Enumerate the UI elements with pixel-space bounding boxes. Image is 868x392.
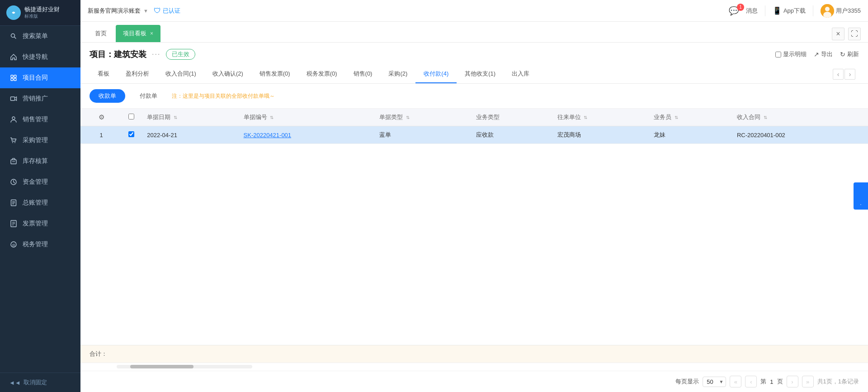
sidebar-item-purchase[interactable]: 采购管理 [0, 130, 80, 151]
table-col-contract[interactable]: 收入合同 ⇅ [731, 109, 868, 126]
row-contract: RC-20220401-002 [731, 126, 868, 144]
next-page-button[interactable]: › [787, 376, 798, 387]
table-col-date[interactable]: 单据日期 ⇅ [141, 109, 237, 126]
svg-point-25 [825, 7, 830, 11]
sidebar-item-invoice[interactable]: 发票管理 [0, 213, 80, 234]
sub-tab-bar: 收款单 付款单 注：这里是与项目关联的全部收付款单哦～ [80, 84, 868, 109]
content: 项目：建筑安装 ··· 已生效 显示明细 ↗ 导出 ↻ 刷新 [80, 43, 868, 392]
sidebar-item-marketing[interactable]: 营销推广 [0, 88, 80, 109]
table-col-biz-type: 业务类型 [470, 109, 551, 126]
table-col-company[interactable]: 往来单位 ⇅ [551, 109, 647, 126]
sidebar-item-sales[interactable]: 销售管理 [0, 109, 80, 130]
row-number[interactable]: SK-20220421-001 [237, 126, 373, 144]
project-status-badge: 已生效 [166, 49, 195, 60]
svg-line-2 [14, 37, 16, 39]
settings-icon[interactable]: ⚙ [99, 113, 104, 121]
sort-icon-contract: ⇅ [764, 115, 767, 120]
table-head: ⚙ 单据日期 ⇅ 单据编号 ⇅ [80, 109, 868, 126]
sidebar-item-inventory[interactable]: 库存核算 [0, 151, 80, 172]
sidebar-item-fund[interactable]: 资金管理 [0, 172, 80, 192]
scrollbar-thumb[interactable] [130, 365, 193, 368]
sub-nav-purchase[interactable]: 采购(2) [380, 65, 415, 83]
sub-nav-prev-arrow[interactable]: ‹ [833, 69, 844, 80]
sub-nav-sales[interactable]: 销售(0) [345, 65, 381, 83]
sidebar-item-search[interactable]: 搜索菜单 [0, 26, 80, 47]
tab-close-icon[interactable]: × [150, 30, 153, 37]
sub-tab-payment[interactable]: 付款单 [131, 89, 166, 103]
project-actions: 显示明细 ↗ 导出 ↻ 刷新 [775, 50, 859, 58]
user-menu-button[interactable]: 用户3355 [821, 4, 861, 18]
page-size-label: 每页显示 [675, 378, 699, 386]
home-icon [9, 53, 18, 62]
sub-nav-inout[interactable]: 出入库 [504, 65, 538, 83]
export-button[interactable]: ↗ 导出 [814, 50, 833, 58]
select-all-checkbox[interactable] [128, 114, 134, 120]
message-button[interactable]: 💬 1 消息 [729, 6, 758, 16]
sub-tab-receipt[interactable]: 收款单 [90, 89, 125, 103]
sidebar-item-home[interactable]: 快捷导航 [0, 47, 80, 67]
sub-nav-sales-invoice[interactable]: 销售发票(0) [251, 65, 298, 83]
sort-icon-number: ⇅ [270, 115, 274, 120]
account-selector[interactable]: 新服务官网演示账套 ▼ [88, 7, 148, 15]
table-row[interactable]: 1 2022-04-21 SK-20220421-001 蓝单 应收款 宏茂商场 [80, 126, 868, 144]
row-number-link[interactable]: SK-20220421-001 [244, 132, 292, 139]
sidebar-unpin-button[interactable]: ◄◄ 取消固定 [0, 373, 80, 392]
unpin-icon: ◄◄ [9, 379, 21, 386]
certified-badge: 🛡 已认证 [154, 7, 180, 15]
table-col-settings[interactable]: ⚙ [80, 109, 122, 126]
sub-tab-note: 注：这里是与项目关联的全部收付款单哦～ [172, 92, 275, 100]
inventory-icon [9, 157, 18, 166]
scrollbar-track[interactable] [117, 365, 252, 368]
sub-nav-next-arrow[interactable]: › [844, 69, 855, 80]
page-size-select[interactable]: 10 20 50 100 [703, 377, 726, 387]
sub-nav-other[interactable]: 其他收支(1) [457, 65, 504, 83]
sub-nav-income-confirm[interactable]: 收入确认(2) [204, 65, 251, 83]
sub-nav-payment[interactable]: 收付款(4) [415, 65, 457, 83]
svg-rect-5 [11, 78, 13, 81]
table-col-number[interactable]: 单据编号 ⇅ [237, 109, 373, 126]
user-avatar [821, 4, 834, 18]
pagination: 每页显示 10 20 50 100 ▼ « ‹ 第 1 页 › » 共1页， [80, 371, 868, 392]
refresh-icon: ↻ [840, 51, 845, 58]
last-page-button[interactable]: » [802, 376, 814, 387]
table-col-salesman[interactable]: 业务员 ⇅ [647, 109, 731, 126]
tab-project-board[interactable]: 项目看板 × [116, 25, 160, 42]
first-page-button[interactable]: « [730, 376, 741, 387]
sub-nav-board[interactable]: 看板 [90, 65, 118, 83]
show-detail-checkbox-label[interactable]: 显示明细 [775, 50, 807, 58]
table-col-checkbox [122, 109, 141, 126]
sidebar-item-tax[interactable]: 税 税务管理 [0, 234, 80, 255]
table-col-type[interactable]: 单据类型 ⇅ [373, 109, 469, 126]
tabbar: 首页 项目看板 × × ⛶ [80, 22, 868, 43]
search-icon [9, 32, 18, 41]
sub-nav-income-contract[interactable]: 收入合同(1) [157, 65, 204, 83]
refresh-button[interactable]: ↻ 刷新 [840, 50, 859, 58]
show-detail-checkbox[interactable] [775, 52, 781, 57]
table-footer: 合计： [80, 345, 868, 363]
app-download-label: App下载 [783, 7, 806, 15]
app-logo-text: 畅捷通好业财 标准版 [24, 6, 60, 20]
fund-icon [9, 177, 18, 186]
sub-nav-profit[interactable]: 盈利分析 [118, 65, 157, 83]
svg-text:税: 税 [12, 244, 15, 247]
sidebar-item-ledger[interactable]: 总账管理 [0, 192, 80, 213]
app-download-button[interactable]: 📱 App下载 [773, 6, 806, 15]
row-checkbox[interactable] [128, 131, 134, 137]
maximize-window-button[interactable]: ⛶ [848, 28, 861, 40]
topbar-divider [765, 5, 765, 16]
close-window-button[interactable]: × [832, 28, 844, 40]
current-page: 1 [770, 378, 773, 385]
prev-page-button[interactable]: ‹ [745, 376, 757, 387]
project-title-row: 项目：建筑安装 ··· 已生效 显示明细 ↗ 导出 ↻ 刷新 [90, 49, 859, 60]
svg-point-10 [14, 142, 15, 143]
project-more-button[interactable]: ··· [152, 50, 160, 58]
sub-nav-tax-invoice[interactable]: 税务发票(0) [298, 65, 345, 83]
invoice-icon [9, 219, 18, 228]
page-suffix: 页 [777, 378, 783, 386]
sidebar-item-project[interactable]: 项目合同 [0, 67, 80, 88]
svg-rect-6 [14, 78, 16, 81]
topbar-left: 新服务官网演示账套 ▼ 🛡 已认证 [88, 7, 180, 15]
tab-content: 收款单 付款单 注：这里是与项目关联的全部收付款单哦～ ⚙ [80, 84, 868, 392]
right-quick-btn[interactable]: 快 [854, 182, 868, 210]
tab-home[interactable]: 首页 [88, 25, 114, 42]
